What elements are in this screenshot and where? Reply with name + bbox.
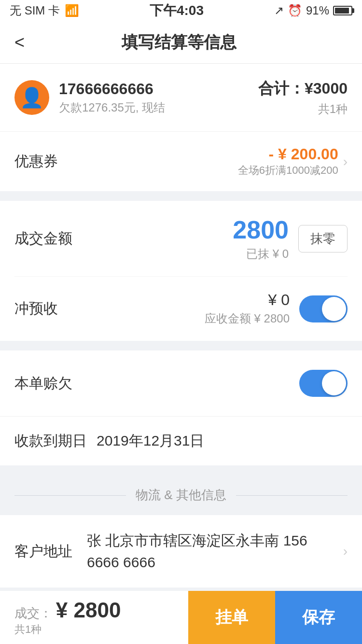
prepay-label: 冲预收 [14,299,58,319]
customer-phone: 17666666666 [59,80,165,98]
sim-label: 无 SIM 卡 [10,3,60,18]
logistics-divider: 物流 & 其他信息 [0,475,362,515]
credit-toggle-thumb [322,371,346,395]
battery-percent: 91% [306,4,329,17]
logistics-label: 物流 & 其他信息 [126,487,236,504]
chevron-right-icon: › [343,154,348,169]
due-date-row: 收款到期日 2019年12月31日 [0,416,362,465]
deal-amount-value: 2800 [233,215,289,244]
prepay-value-block: ¥ 0 应收金额 ¥ 2800 [205,291,290,326]
coupon-row[interactable]: 优惠券 - ¥ 200.00 全场6折满1000减200 › [0,131,362,191]
customer-debt: 欠款1276.35元, 现结 [59,100,165,115]
amount-value-block: 2800 已抹 ¥ 0 [233,215,289,262]
address-label: 客户地址 [14,542,72,561]
toggle-thumb [322,297,346,321]
coupon-right: - ¥ 200.00 全场6折满1000减200 › [238,145,348,178]
total-amount: 合计：¥3000 [258,78,348,99]
coupon-label: 优惠券 [14,152,58,171]
battery-icon [333,6,352,15]
prepay-due: 应收金额 ¥ 2800 [205,311,290,326]
avatar-icon: 👤 [20,86,44,109]
total-count: 共1种 [258,101,348,117]
amount-section: 成交金额 2800 已抹 ¥ 0 抹零 冲预收 ¥ 0 应收金额 ¥ 2800 [0,201,362,341]
round-off-button[interactable]: 抹零 [298,225,348,252]
address-value: 张 北京市市辖区海淀区永丰南 156 6666 6666 [87,530,343,573]
alarm-icon: ⏰ [288,4,302,17]
divider-1 [0,191,362,201]
credit-toggle[interactable] [299,370,348,397]
address-chevron-icon: › [343,544,348,559]
due-date-value: 2019年12月31日 [97,431,204,451]
deal-amount-sub: 已抹 ¥ 0 [233,246,289,262]
status-bar: 无 SIM 卡 📶 下午4:03 ↗ ⏰ 91% [0,0,362,21]
address-row[interactable]: 客户地址 张 北京市市辖区海淀区永丰南 156 6666 6666 › [0,515,362,588]
prepay-row: 冲预收 ¥ 0 应收金额 ¥ 2800 [14,277,348,341]
bottom-bar: 成交： ¥ 2800 共1种 挂单 保存 [0,591,362,644]
total-label: 合计： [258,80,305,97]
back-button[interactable]: < [14,28,34,57]
coupon-value-block: - ¥ 200.00 全场6折满1000减200 [238,145,338,178]
avatar: 👤 [14,80,49,115]
coupon-desc: 全场6折满1000减200 [238,163,338,178]
wifi-icon: 📶 [65,4,79,17]
credit-row: 本单赊欠 [0,350,362,416]
bottom-info: 成交： ¥ 2800 共1种 [0,598,188,637]
deal-amount-row: 成交金额 2800 已抹 ¥ 0 抹零 [14,201,348,277]
hold-button[interactable]: 挂单 [188,591,275,644]
amount-right: 2800 已抹 ¥ 0 抹零 [233,215,348,262]
divider-3 [0,465,362,475]
bottom-count: 共1种 [14,622,174,637]
prepay-toggle[interactable] [299,295,348,322]
bottom-deal-label: 成交： [14,606,52,620]
bottom-deal-amount: ¥ 2800 [56,598,121,622]
status-left: 无 SIM 卡 📶 [10,3,79,18]
prepay-right: ¥ 0 应收金额 ¥ 2800 [205,291,348,326]
save-button[interactable]: 保存 [275,591,362,644]
location-icon: ↗ [274,4,284,17]
deal-amount-label: 成交金额 [14,229,72,249]
page-title: 填写结算等信息 [34,31,323,54]
status-time: 下午4:03 [150,1,204,20]
main-content: 👤 17666666666 欠款1276.35元, 现结 合计：¥3000 共1… [0,64,362,644]
coupon-discount: - ¥ 200.00 [238,145,338,163]
customer-left: 👤 17666666666 欠款1276.35元, 现结 [14,80,165,115]
nav-bar: < 填写结算等信息 [0,21,362,64]
customer-right: 合计：¥3000 共1种 [258,78,348,117]
bottom-deal-row: 成交： ¥ 2800 [14,598,174,622]
status-right: ↗ ⏰ 91% [274,4,352,17]
prepay-amount: ¥ 0 [205,291,290,309]
customer-card: 👤 17666666666 欠款1276.35元, 现结 合计：¥3000 共1… [0,64,362,131]
total-value: ¥3000 [305,80,348,97]
divider-2 [0,341,362,350]
credit-label: 本单赊欠 [14,374,72,393]
due-date-label: 收款到期日 [14,431,87,451]
customer-info: 17666666666 欠款1276.35元, 现结 [59,80,165,115]
